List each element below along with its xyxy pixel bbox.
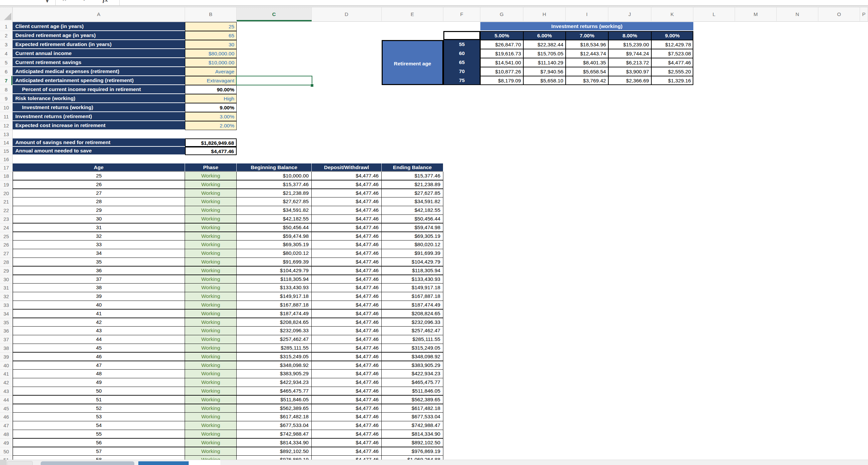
- cell-E20[interactable]: $27,627.85: [382, 189, 443, 198]
- cell-A26[interactable]: 33: [13, 240, 185, 249]
- cell-A42[interactable]: 49: [13, 378, 185, 387]
- matrix-row-label[interactable]: Retirement age: [382, 40, 443, 85]
- cell-B20[interactable]: Working: [185, 189, 237, 198]
- cell-A38[interactable]: 45: [13, 344, 185, 353]
- cell-C35[interactable]: $208,824.65: [237, 318, 312, 327]
- cell-A4[interactable]: Current annual income: [13, 49, 185, 58]
- cell-B32[interactable]: Working: [185, 292, 237, 301]
- cell-H2[interactable]: 6.00%: [523, 31, 566, 40]
- table-header-deposit-withdrawl[interactable]: Deposit/Withdrawl: [312, 164, 382, 172]
- cell-B21[interactable]: Working: [185, 198, 237, 206]
- cell-E35[interactable]: $232,096.33: [382, 318, 443, 327]
- cell-A10[interactable]: Investment returns (working): [13, 103, 185, 112]
- cell-A25[interactable]: 32: [13, 232, 185, 241]
- cell-A49[interactable]: 56: [13, 439, 185, 447]
- cell-B2[interactable]: 65: [185, 31, 237, 40]
- cell-C25[interactable]: $59,474.98: [237, 232, 312, 241]
- cell-K7[interactable]: $1,329.16: [651, 76, 693, 85]
- cell-B39[interactable]: Working: [185, 353, 237, 361]
- cell-D38[interactable]: $4,477.46: [312, 344, 382, 353]
- cell-C32[interactable]: $149,917.18: [237, 292, 312, 301]
- cell-C51[interactable]: $976,869.19: [237, 456, 312, 460]
- cell-A5[interactable]: Current retirement savings: [13, 58, 185, 67]
- cell-F7[interactable]: 75: [443, 76, 480, 85]
- cell-E42[interactable]: $465,475.77: [382, 378, 443, 387]
- cell-A45[interactable]: 52: [13, 404, 185, 413]
- cell-A36[interactable]: 43: [13, 326, 185, 335]
- cell-I4[interactable]: $12,443.74: [566, 49, 608, 58]
- cell-K3[interactable]: $12,429.78: [651, 40, 693, 49]
- cell-C41[interactable]: $383,905.29: [237, 370, 312, 378]
- cell-E39[interactable]: $348,098.92: [382, 353, 443, 361]
- cell-D51[interactable]: $4,477.46: [312, 456, 382, 460]
- cell-B26[interactable]: Working: [185, 240, 237, 249]
- cell-A44[interactable]: 51: [13, 396, 185, 404]
- cell-A9[interactable]: Risk tolerance (working): [13, 94, 185, 103]
- cell-A22[interactable]: 29: [13, 206, 185, 215]
- cell-D44[interactable]: $4,477.46: [312, 396, 382, 404]
- cell-K2[interactable]: 9.00%: [651, 31, 693, 40]
- cell-B8[interactable]: 90.00%: [185, 85, 237, 94]
- cell-D41[interactable]: $4,477.46: [312, 370, 382, 378]
- cell-E36[interactable]: $257,462.47: [382, 326, 443, 335]
- fill-handle[interactable]: [310, 84, 314, 87]
- cell-D25[interactable]: $4,477.46: [312, 232, 382, 241]
- cell-A35[interactable]: 42: [13, 318, 185, 327]
- cell-B40[interactable]: Working: [185, 361, 237, 370]
- cell-K4[interactable]: $7,523.08: [651, 49, 693, 58]
- cell-D26[interactable]: $4,477.46: [312, 240, 382, 249]
- cell-C21[interactable]: $27,627.85: [237, 198, 312, 206]
- cell-J7[interactable]: $2,366.69: [608, 76, 651, 85]
- cell-C23[interactable]: $42,182.55: [237, 215, 312, 224]
- cell-H6[interactable]: $7,940.56: [523, 67, 566, 76]
- cell-C44[interactable]: $511,846.05: [237, 396, 312, 404]
- cell-A40[interactable]: 47: [13, 361, 185, 370]
- cell-A28[interactable]: 35: [13, 258, 185, 266]
- cell-H4[interactable]: $15,705.05: [523, 49, 566, 58]
- cell-A11[interactable]: Investment returns (retirement): [13, 112, 185, 121]
- cell-A23[interactable]: 30: [13, 215, 185, 224]
- cell-E31[interactable]: $149,917.18: [382, 284, 443, 292]
- cell-A34[interactable]: 41: [13, 310, 185, 318]
- cell-D50[interactable]: $4,477.46: [312, 447, 382, 456]
- cell-D48[interactable]: $4,477.46: [312, 430, 382, 439]
- cell-A27[interactable]: 34: [13, 249, 185, 258]
- cell-J3[interactable]: $15,239.00: [608, 40, 651, 49]
- cell-D29[interactable]: $4,477.46: [312, 266, 382, 275]
- cell-C37[interactable]: $257,462.47: [237, 335, 312, 344]
- cell-A33[interactable]: 40: [13, 301, 185, 310]
- cell-G3[interactable]: $26,847.70: [480, 40, 523, 49]
- cell-C45[interactable]: $562,389.65: [237, 404, 312, 413]
- cell-B50[interactable]: Working: [185, 447, 237, 456]
- cell-C27[interactable]: $80,020.12: [237, 249, 312, 258]
- cell-E47[interactable]: $742,988.47: [382, 421, 443, 430]
- cell-B25[interactable]: Working: [185, 232, 237, 241]
- cell-D32[interactable]: $4,477.46: [312, 292, 382, 301]
- cell-A47[interactable]: 54: [13, 421, 185, 430]
- cell-G7[interactable]: $8,179.09: [480, 76, 523, 85]
- cell-E26[interactable]: $80,020.12: [382, 240, 443, 249]
- cell-D49[interactable]: $4,477.46: [312, 439, 382, 447]
- cell-E21[interactable]: $34,591.82: [382, 198, 443, 206]
- cell-C47[interactable]: $677,533.04: [237, 421, 312, 430]
- cell-J4[interactable]: $9,744.24: [608, 49, 651, 58]
- cell-E49[interactable]: $892,102.50: [382, 439, 443, 447]
- cell-K6[interactable]: $2,555.20: [651, 67, 693, 76]
- cell-A7[interactable]: Anticipated entertainment spending (reti…: [13, 76, 185, 85]
- cell-H7[interactable]: $5,658.10: [523, 76, 566, 85]
- cell-F6[interactable]: 70: [443, 67, 480, 76]
- cell-C34[interactable]: $187,474.49: [237, 310, 312, 318]
- cell-K5[interactable]: $4,477.46: [651, 58, 693, 67]
- cell-F3[interactable]: 55: [443, 40, 480, 49]
- cell-A31[interactable]: 38: [13, 284, 185, 292]
- cell-A29[interactable]: 36: [13, 266, 185, 275]
- cell-D36[interactable]: $4,477.46: [312, 326, 382, 335]
- tab-scroll-buttons[interactable]: [7, 461, 33, 465]
- cell-E37[interactable]: $285,111.55: [382, 335, 443, 344]
- cell-G5[interactable]: $14,541.00: [480, 58, 523, 67]
- cell-B29[interactable]: Working: [185, 266, 237, 275]
- cell-B28[interactable]: Working: [185, 258, 237, 266]
- cell-D34[interactable]: $4,477.46: [312, 310, 382, 318]
- cell-E22[interactable]: $42,182.55: [382, 206, 443, 215]
- cell-B4[interactable]: $80,000.00: [185, 49, 237, 58]
